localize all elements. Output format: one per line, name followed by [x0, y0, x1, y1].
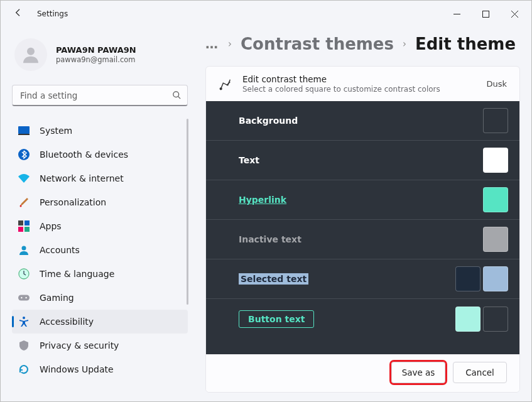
window-controls [442, 4, 529, 24]
breadcrumb-parent[interactable]: Contrast themes [241, 35, 394, 53]
nav-label: Accessibility [40, 317, 94, 327]
nav-accounts[interactable]: Accounts [12, 238, 188, 262]
nav-system[interactable]: System [12, 119, 188, 143]
nav-label: Time & language [40, 269, 114, 279]
svg-rect-8 [24, 220, 30, 225]
svg-rect-9 [18, 227, 23, 232]
profile-name: PAWA9N PAWA9N [56, 45, 136, 55]
chevron-right-icon: › [403, 38, 406, 50]
theme-card: Edit contrast theme Select a colored squ… [205, 66, 520, 393]
color-swatch[interactable] [455, 266, 480, 291]
card-header: Edit contrast theme Select a colored squ… [206, 67, 519, 101]
svg-rect-14 [18, 295, 30, 301]
breadcrumb-more[interactable]: … [205, 36, 219, 52]
row-selected: Selected text [206, 259, 519, 299]
row-text: Text [206, 141, 519, 180]
row-label: Hyperlink [239, 195, 286, 205]
window-title: Settings [37, 9, 68, 18]
nav-list: System Bluetooth & devices Network & int… [12, 119, 188, 381]
accessibility-icon [18, 316, 30, 327]
card-footer: Save as Cancel [206, 354, 519, 392]
row-inactive: Inactive text [206, 220, 519, 259]
avatar [14, 38, 47, 71]
chevron-right-icon: › [228, 38, 232, 50]
nav-apps[interactable]: Apps [12, 214, 188, 238]
row-label: Text [239, 155, 259, 165]
titlebar-left: Settings [13, 8, 68, 20]
svg-point-15 [21, 297, 22, 298]
maximize-button[interactable] [471, 4, 500, 24]
theme-name: Dusk [486, 79, 507, 89]
svg-point-11 [22, 246, 26, 251]
nav-bluetooth[interactable]: Bluetooth & devices [12, 143, 188, 166]
color-swatch[interactable] [483, 108, 508, 133]
row-button: Button text [206, 299, 519, 339]
bluetooth-icon [18, 149, 30, 160]
brush-icon [18, 197, 30, 208]
color-swatch[interactable] [483, 227, 508, 252]
accounts-icon [18, 244, 30, 256]
svg-point-17 [23, 317, 25, 319]
nav-update[interactable]: Windows Update [12, 357, 188, 381]
nav-label: Personalization [40, 197, 106, 207]
system-icon [18, 125, 30, 136]
back-icon[interactable] [13, 8, 23, 20]
minimize-button[interactable] [442, 4, 471, 24]
nav-network[interactable]: Network & internet [12, 166, 188, 190]
nav-label: Bluetooth & devices [40, 149, 128, 160]
main-content: … › Contrast themes › Edit theme Edit co… [194, 27, 531, 401]
svg-rect-7 [18, 220, 23, 225]
row-hyperlink: Hyperlink [206, 180, 519, 220]
svg-point-18 [220, 87, 222, 89]
row-label: Inactive text [239, 234, 301, 244]
svg-point-2 [173, 92, 179, 97]
profile-block[interactable]: PAWA9N PAWA9N pawwa9n@gmail.com [12, 38, 188, 71]
save-as-button[interactable]: Save as [391, 362, 445, 383]
titlebar: Settings [1, 1, 531, 27]
color-swatch[interactable] [483, 307, 508, 332]
shield-icon [18, 340, 30, 351]
close-button[interactable] [500, 4, 529, 24]
nav-label: System [40, 126, 72, 136]
breadcrumb-current: Edit theme [415, 35, 516, 53]
svg-point-6 [20, 205, 22, 207]
row-background: Background [206, 101, 519, 141]
row-label: Button text [239, 310, 314, 328]
card-title: Edit contrast theme [242, 74, 440, 84]
breadcrumb: … › Contrast themes › Edit theme [205, 35, 520, 53]
color-swatch[interactable] [483, 148, 508, 173]
svg-rect-3 [18, 126, 30, 134]
cancel-button[interactable]: Cancel [453, 362, 507, 383]
profile-email: pawwa9n@gmail.com [56, 55, 136, 64]
nav-label: Apps [40, 221, 62, 231]
nav-gaming[interactable]: Gaming [12, 286, 188, 310]
color-swatch[interactable] [455, 307, 480, 332]
svg-rect-4 [18, 134, 30, 135]
row-label: Background [239, 116, 298, 126]
nav-personalization[interactable]: Personalization [12, 190, 188, 214]
nav-privacy[interactable]: Privacy & security [12, 334, 188, 357]
nav-label: Accounts [40, 245, 80, 255]
nav-label: Network & internet [40, 173, 124, 183]
wifi-icon [18, 173, 30, 184]
nav-label: Windows Update [40, 364, 114, 374]
nav-time[interactable]: Time & language [12, 262, 188, 286]
card-subtitle: Select a colored square to customize con… [242, 85, 440, 94]
nav-accessibility[interactable]: Accessibility [12, 310, 188, 334]
svg-point-1 [27, 48, 35, 55]
search-input[interactable] [12, 85, 188, 106]
color-swatch[interactable] [483, 187, 508, 212]
nav-label: Gaming [40, 293, 74, 303]
update-icon [18, 364, 30, 375]
color-rows: Background Text Hyperlink Inactive text … [206, 101, 519, 354]
apps-icon [18, 220, 30, 232]
contrast-icon [219, 77, 232, 91]
svg-point-16 [25, 297, 26, 298]
row-label: Selected text [239, 273, 308, 285]
search-icon [172, 90, 182, 100]
sidebar: PAWA9N PAWA9N pawwa9n@gmail.com System B… [1, 27, 194, 401]
svg-rect-0 [482, 11, 489, 17]
clock-icon [18, 268, 30, 280]
color-swatch[interactable] [483, 266, 508, 291]
search-box [12, 85, 188, 106]
